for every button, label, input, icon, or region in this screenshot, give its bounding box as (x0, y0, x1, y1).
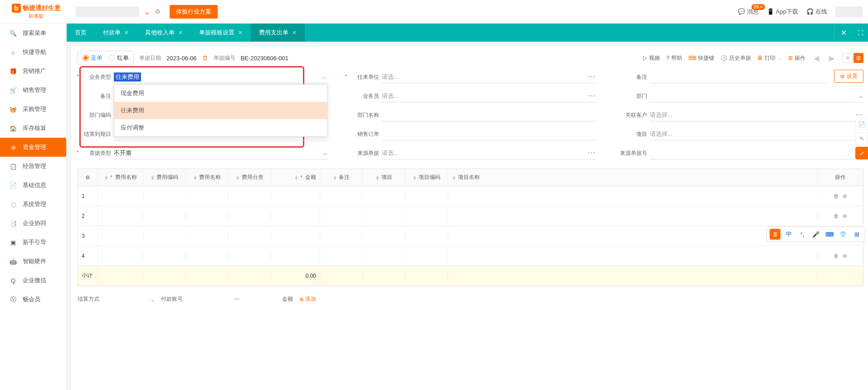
expand-icon[interactable]: ⤢ (855, 147, 868, 159)
customer-select[interactable]: 请选择...••• (650, 109, 863, 121)
sidebar-item-sales[interactable]: 🛒销售管理 (0, 81, 66, 100)
add-settlement-button[interactable]: ⊕添加 (299, 295, 316, 303)
sidebar-item-collaboration[interactable]: 📑企业协同 (0, 214, 66, 233)
source-doc-select[interactable]: 请选...••• (382, 147, 595, 159)
close-icon[interactable]: ✕ (292, 29, 297, 36)
settle-method-select[interactable]: 结算方式⌄ (78, 295, 155, 303)
cell-amount[interactable] (271, 231, 320, 241)
cell-expense-name2[interactable] (186, 212, 229, 221)
col-project-name[interactable]: ▲▼项目名称 (448, 169, 818, 186)
table-row[interactable]: 4🗑⊕ (78, 246, 863, 266)
more-icon[interactable]: ••• (856, 111, 863, 118)
close-icon[interactable]: ✕ (178, 29, 183, 36)
cell-note[interactable] (320, 231, 363, 241)
print-button[interactable]: 🖶打印⌄ (757, 54, 782, 62)
sidebar-item-basic-info[interactable]: 📄基础信息 (0, 176, 66, 195)
ime-menu-icon[interactable]: ⊞ (851, 229, 862, 240)
cell-amount[interactable] (271, 251, 320, 260)
cell-project[interactable] (363, 192, 405, 201)
close-all-tabs-button[interactable]: ✕ (834, 24, 853, 42)
cell-note[interactable] (320, 251, 363, 260)
ime-mic-icon[interactable]: 🎤 (810, 229, 821, 240)
col-project[interactable]: ▲▼项目 (363, 169, 405, 186)
sidebar-item-member[interactable]: Ⓥ畅会员 (0, 290, 66, 309)
dropdown-option-cash[interactable]: 现金费用 (114, 85, 327, 102)
ime-keyboard-icon[interactable]: ⌨ (824, 229, 835, 240)
tab-other-income[interactable]: 其他收入单✕ (137, 24, 191, 42)
remark-input[interactable] (650, 71, 827, 83)
company-selector[interactable]: ⌄ ⚙ 体验行业方案 (76, 5, 218, 19)
col-project-code[interactable]: ▲▼项目编码 (405, 169, 448, 186)
sidebar-item-funds[interactable]: ⊛资金管理 (0, 138, 66, 157)
ime-logo-icon[interactable]: S (770, 229, 780, 240)
sidebar-item-purchase[interactable]: 🧺采购管理 (0, 100, 66, 119)
dept-select[interactable]: ⌄ (650, 90, 863, 102)
next-icon[interactable]: ▶ (827, 54, 836, 63)
cell-expense-name2[interactable] (186, 231, 229, 241)
operations-button[interactable]: ⊞操作 (788, 54, 805, 62)
col-note[interactable]: ▲▼备注 (320, 169, 363, 186)
sales-order-input[interactable] (382, 128, 595, 140)
partner-select[interactable]: 请选...••• (382, 71, 595, 83)
cell-project-name[interactable] (448, 192, 818, 201)
col-expense-name[interactable]: ▲▼*费用名称 (98, 169, 143, 186)
more-icon[interactable]: ••• (234, 296, 239, 303)
delete-icon[interactable]: 🗑 (834, 253, 839, 259)
ime-skin-icon[interactable]: 👕 (838, 229, 848, 240)
cell-category[interactable] (229, 251, 271, 260)
cell-expense-code[interactable] (143, 251, 186, 260)
dropdown-option-adjust[interactable]: 应付调整 (114, 119, 327, 136)
cell-expense-name[interactable] (98, 231, 143, 241)
pay-account-select[interactable]: 付款账号••• (161, 295, 239, 303)
cell-category[interactable] (229, 192, 271, 201)
sidebar-item-search-menu[interactable]: 🔍搜索菜单 (0, 24, 66, 43)
more-icon[interactable]: ••• (588, 92, 595, 99)
cell-category[interactable] (229, 231, 271, 241)
cell-project-code[interactable] (405, 192, 448, 201)
hotkey-link[interactable]: ⌨快捷键 (688, 54, 714, 62)
table-row[interactable]: 3🗑⊕ (78, 226, 863, 246)
messages-link[interactable]: 💬 消息 99 + (738, 8, 759, 16)
tab-home[interactable]: 首页 (67, 24, 95, 42)
user-avatar[interactable] (835, 6, 863, 17)
expand-icon[interactable]: ⛶ (853, 24, 868, 42)
cell-project[interactable] (363, 212, 405, 221)
salesman-select[interactable]: 请选...••• (382, 90, 595, 102)
trial-solution-button[interactable]: 体验行业方案 (170, 5, 218, 19)
ticket-type-select[interactable]: 不开票⌄ (114, 147, 327, 159)
grid-view-button[interactable]: ⊞ (853, 53, 863, 63)
chevron-down-icon[interactable]: ⌄ (144, 7, 151, 17)
biz-type-select[interactable]: 往来费用 ︿ 现金费用 往来费用 应付调整 (114, 71, 327, 83)
cell-project-code[interactable] (405, 231, 448, 241)
cell-project-code[interactable] (405, 212, 448, 221)
cell-project[interactable] (363, 231, 405, 241)
list-view-button[interactable]: ≡ (843, 53, 853, 63)
close-icon[interactable]: ✕ (238, 29, 243, 36)
logo[interactable]: b 畅捷通好生意 (12, 4, 61, 13)
video-link[interactable]: ▷视频 (643, 54, 660, 62)
cell-expense-name2[interactable] (186, 192, 229, 201)
delete-icon[interactable]: 🗑 (834, 213, 839, 219)
close-icon[interactable]: ✕ (124, 29, 129, 36)
app-download-link[interactable]: 📱 App下载 (767, 8, 798, 16)
online-support-link[interactable]: 🎧 在线 (806, 8, 827, 16)
calendar-icon[interactable]: 🗓 (202, 55, 208, 62)
col-expense-category[interactable]: ▲▼费用分类 (229, 169, 271, 186)
cell-project-name[interactable] (448, 212, 818, 221)
gear-icon[interactable]: ⚙ (155, 8, 161, 15)
history-link[interactable]: 🕓历史单据 (721, 54, 751, 62)
add-row-icon[interactable]: ⊕ (843, 213, 847, 219)
blue-document-radio[interactable]: 蓝单 (83, 54, 102, 62)
add-row-icon[interactable]: ⊕ (843, 253, 847, 259)
delete-icon[interactable]: 🗑 (834, 193, 839, 199)
cell-project[interactable] (363, 251, 405, 260)
pen-icon[interactable]: ✎ (855, 132, 868, 145)
col-expense-code[interactable]: ▲▼费用编码 (143, 169, 186, 186)
help-link[interactable]: ?帮助 (666, 54, 682, 62)
more-icon[interactable]: ••• (588, 149, 595, 156)
sidebar-item-guide[interactable]: ▣新手引导 (0, 233, 66, 252)
ime-punct-icon[interactable]: °, (797, 229, 808, 240)
table-settings-button[interactable]: ⚙ (78, 169, 98, 186)
col-amount[interactable]: ▲▼*金额 (271, 169, 320, 186)
tab-payment[interactable]: 付款单✕ (95, 24, 137, 42)
